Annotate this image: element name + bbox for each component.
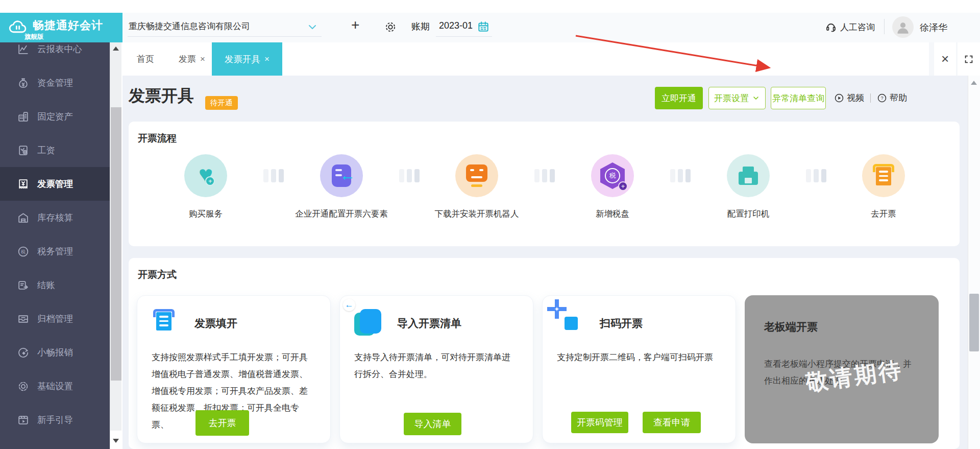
tab-发票[interactable]: 发票× [171, 42, 213, 76]
coming-soon-watermark: 敬请期待 [803, 347, 959, 398]
company-selector[interactable]: 重庆畅捷交通信息咨询有限公司 [129, 20, 250, 32]
flow-step-3[interactable]: 下载并安装开票机器人 [421, 154, 533, 220]
main-content: 发票开具 待开通 立即开通 开票设置 异常清单查询 视频 ? 帮助 开票流程 ♥… [122, 76, 968, 449]
svg-text:税: 税 [21, 249, 26, 254]
sidebar-item-closing[interactable]: 结账 [0, 268, 110, 302]
tax-icon: 税 [17, 245, 30, 258]
method-button-开票码管理[interactable]: 开票码管理 [571, 412, 628, 433]
sidebar-item-salary[interactable]: 工资 [0, 133, 110, 167]
headset-icon[interactable] [825, 21, 837, 33]
help-label: 帮助 [890, 92, 907, 104]
closing-icon [17, 279, 30, 292]
printer-icon [727, 154, 770, 197]
calendar-icon[interactable] [477, 20, 490, 33]
method-card-导入开票清单: ←导入开票清单支持导入待开票清单，可对待开票清单进行拆分、合并处理。导入清单 [339, 295, 533, 443]
tab-发票开具[interactable]: 发票开具× [212, 42, 282, 76]
tabbar-gap [929, 42, 934, 76]
flow-step-5[interactable]: 配置打印机 [692, 154, 804, 220]
sidebar-item-label: 归档管理 [37, 313, 73, 325]
video-label: 视频 [847, 92, 864, 104]
flow-step-2[interactable]: ←企业开通配置开票六要素 [285, 154, 398, 220]
sidebar-scrollbar[interactable] [110, 42, 121, 449]
main-scrollbar[interactable] [968, 76, 980, 449]
sidebar-item-label: 基础设置 [37, 380, 73, 392]
flow-step-label: 去开票 [827, 208, 940, 220]
sidebar-item-tax[interactable]: 税税务管理 [0, 234, 110, 268]
method-card-title: 扫码开票 [600, 316, 643, 330]
flow-step-6[interactable]: 去开票 [827, 154, 940, 220]
invoice-settings-button[interactable]: 开票设置 [708, 87, 766, 109]
sidebar-item-reimburse[interactable]: 小畅报销 [0, 336, 110, 369]
sidebar-scrollbar-thumb[interactable] [111, 107, 121, 381]
period-value[interactable]: 2023-01 [439, 20, 473, 31]
sidebar-item-archive[interactable]: 归档管理 [0, 302, 110, 336]
scroll-down-box[interactable] [110, 431, 121, 449]
sidebar-item-label: 结账 [37, 279, 55, 291]
chevron-down-icon[interactable] [306, 21, 318, 33]
sidebar-item-label: 资金管理 [37, 77, 73, 89]
megaphone-icon [32, 447, 44, 449]
period-label: 账期 [411, 20, 430, 33]
close-all-tabs-button[interactable]: × [934, 42, 956, 76]
gear-icon[interactable] [384, 20, 397, 34]
close-tab-icon[interactable]: × [200, 55, 205, 63]
method-button-导入清单[interactable]: 导入清单 [404, 413, 461, 435]
invoice-icon [17, 178, 30, 191]
cloud-report-icon [17, 43, 30, 56]
avatar[interactable] [892, 16, 914, 38]
flow-separator-icon [263, 169, 284, 182]
sidebar-item-marketing[interactable]: 营销园地 [0, 437, 110, 449]
flow-step-4[interactable]: 税+新增税盘 [556, 154, 669, 220]
video-link[interactable]: 视频 [834, 92, 864, 104]
sidebar: 云报表中心资金管理固定资产工资发票管理库存核算税税务管理结账归档管理小畅报销基础… [0, 42, 110, 449]
tax-disk-icon: 税+ [591, 154, 634, 197]
method-button-去开票[interactable]: 去开票 [195, 410, 249, 436]
page-title: 发票开具 [129, 85, 194, 107]
qr-scan-icon [557, 309, 589, 341]
sidebar-item-label: 库存核算 [37, 211, 73, 224]
sidebar-item-cloud-report[interactable]: 云报表中心 [0, 42, 110, 66]
sidebar-item-funds[interactable]: 资金管理 [0, 66, 110, 100]
fullscreen-button[interactable] [958, 42, 980, 76]
sidebar-item-fixed-assets[interactable]: 固定资产 [0, 100, 110, 133]
flow-separator-icon [399, 169, 420, 182]
flow-step-label: 配置打印机 [692, 208, 804, 220]
method-button-查看申请[interactable]: 查看申请 [643, 412, 701, 433]
method-card-老板端开票: 老板端开票查看老板端小程序提交的开票申请，并作出相应的开票处理。敬请期待 [745, 295, 939, 443]
help-link[interactable]: ? 帮助 [877, 92, 907, 104]
flow-step-label: 新增税盘 [556, 208, 669, 220]
add-account-button[interactable]: + [351, 17, 359, 33]
settings-icon [17, 380, 30, 393]
money-icon [17, 77, 30, 89]
main-scrollbar-thumb[interactable] [969, 294, 979, 351]
sidebar-item-label: 新手引导 [37, 414, 73, 426]
flow-step-label: 下载并安装开票机器人 [421, 208, 533, 220]
scroll-up-icon[interactable] [113, 46, 119, 51]
sidebar-item-settings[interactable]: 基础设置 [0, 369, 110, 403]
tab-label: 发票开具 [225, 53, 260, 65]
doc-arrow-icon: ← [320, 154, 363, 197]
company-underline [128, 36, 322, 37]
scroll-down-icon[interactable] [113, 439, 119, 443]
guide-icon [17, 414, 30, 427]
activate-now-button[interactable]: 立即开通 [655, 87, 703, 109]
human-consult-link[interactable]: 人工咨询 [840, 21, 875, 33]
scroll-up-icon[interactable] [971, 81, 977, 85]
tab-首页[interactable]: 首页 [122, 42, 168, 76]
sidebar-item-inventory[interactable]: 库存核算 [0, 201, 110, 234]
sidebar-item-invoice[interactable]: 发票管理 [0, 167, 110, 201]
user-name[interactable]: 徐泽华 [920, 21, 947, 34]
play-circle-icon [834, 93, 844, 103]
invoice-blue-icon [152, 309, 183, 341]
topbar-divider [884, 19, 885, 34]
sidebar-item-guide[interactable]: 新手引导 [0, 403, 110, 437]
close-tab-icon[interactable]: × [264, 55, 270, 63]
sidebar-item-label: 云报表中心 [37, 43, 82, 55]
flow-step-1[interactable]: ♥+购买服务 [150, 154, 262, 220]
abnormal-list-button[interactable]: 异常清单查询 [771, 87, 826, 109]
methods-section-title: 开票方式 [138, 268, 177, 281]
chevron-down-icon [752, 94, 760, 102]
invoice-flow-card: 开票流程 ♥+购买服务←企业开通配置开票六要素下载并安装开票机器人税+新增税盘配… [129, 122, 960, 246]
brand-block: 畅捷通好会计 旗舰版 [0, 13, 122, 42]
brand-edition: 旗舰版 [24, 33, 44, 41]
